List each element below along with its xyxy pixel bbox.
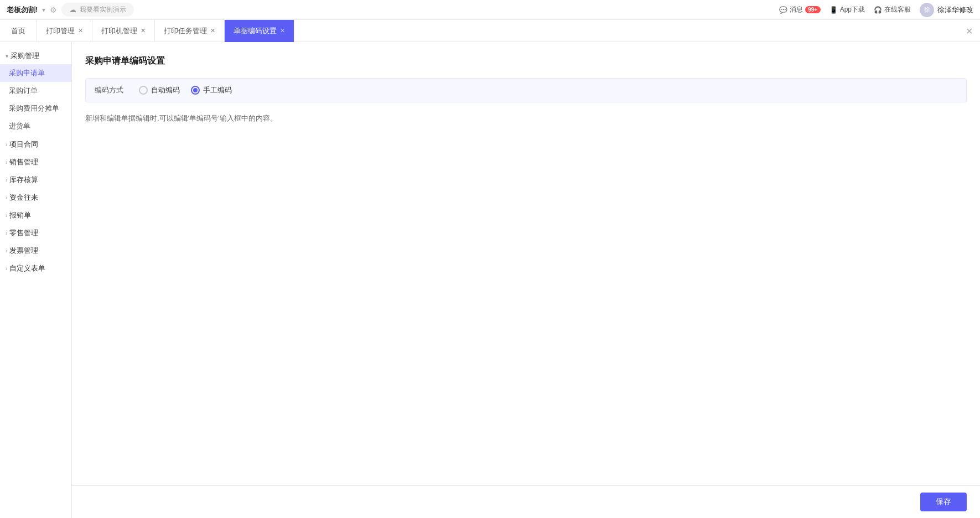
chevron-down-icon: ▾	[6, 53, 8, 59]
page-title: 采购申请单编码设置	[85, 55, 967, 67]
footer-bar: 保存	[72, 485, 980, 518]
online-service-button[interactable]: 🎧 在线客服	[874, 5, 911, 14]
chevron-right-icon-7: ›	[6, 248, 7, 254]
sidebar-group-returns: › 报销单	[0, 206, 71, 224]
sidebar-item-purchase-order[interactable]: 采购订单	[0, 82, 71, 100]
sidebar-group-inventory: › 库存核算	[0, 170, 71, 188]
sidebar-group-project-label: 项目合同	[9, 139, 38, 149]
search-bar[interactable]: ☁ 我要看实例演示	[61, 3, 134, 17]
tab-close-all-button[interactable]: ✕	[958, 20, 980, 42]
app-icon: 📱	[829, 6, 838, 14]
manual-encode-label: 手工编码	[203, 85, 232, 95]
tab-print-task-mgmt[interactable]: 打印任务管理 ✕	[155, 20, 225, 42]
tab-print-task-mgmt-close[interactable]: ✕	[210, 27, 215, 34]
manual-encode-option[interactable]: 手工编码	[191, 85, 232, 95]
tab-single-barcode-label: 单据编码设置	[234, 26, 277, 36]
avatar-text: 徐	[924, 6, 930, 14]
brand-name: 老板勿割!	[7, 5, 38, 15]
top-bar: 老板勿割! ▾ ⚙ ☁ 我要看实例演示 💬 消息 99+ 📱 App下载 🎧 在…	[0, 0, 980, 20]
online-service-label: 在线客服	[884, 5, 911, 14]
sidebar-group-project: › 项目合同	[0, 135, 71, 153]
sidebar-group-custom-form-label: 自定义表单	[9, 263, 45, 273]
sidebar-group-purchase: ▾ 采购管理 采购申请单 采购订单 采购费用分摊单 进货单	[0, 46, 71, 135]
hint-text: 新增和编辑单据编辑时,可以编辑'单编码号'输入框中的内容。	[85, 113, 967, 123]
sidebar-item-goods-receipt[interactable]: 进货单	[0, 117, 71, 135]
manual-encode-radio[interactable]	[191, 86, 200, 95]
sidebar-group-funds: › 资金往来	[0, 188, 71, 206]
sidebar-group-returns-header[interactable]: › 报销单	[0, 206, 71, 224]
app-download-button[interactable]: 📱 App下载	[829, 5, 865, 14]
sidebar-item-goods-receipt-label: 进货单	[9, 122, 30, 130]
sidebar-group-sales: › 销售管理	[0, 153, 71, 170]
sidebar-item-purchase-expense-label: 采购费用分摊单	[9, 104, 59, 112]
tab-single-barcode-setting[interactable]: 单据编码设置 ✕	[225, 20, 294, 42]
sidebar-group-retail: › 零售管理	[0, 224, 71, 241]
sidebar-group-purchase-label: 采购管理	[11, 51, 39, 61]
sidebar-group-funds-label: 资金往来	[9, 193, 38, 203]
top-bar-right: 💬 消息 99+ 📱 App下载 🎧 在线客服 徐 徐泽华修改	[779, 3, 973, 17]
tab-single-barcode-close[interactable]: ✕	[280, 27, 285, 34]
sidebar-item-purchase-request-label: 采购申请单	[9, 69, 45, 77]
save-button[interactable]: 保存	[920, 493, 967, 511]
message-label: 消息	[790, 5, 803, 14]
sidebar-group-invoice-label: 发票管理	[9, 246, 38, 256]
tab-home-label: 首页	[11, 26, 25, 36]
chevron-right-icon-2: ›	[6, 159, 7, 165]
settings-icon[interactable]: ⚙	[50, 6, 57, 14]
avatar: 徐	[920, 3, 934, 17]
headset-icon: 🎧	[874, 6, 882, 14]
tab-printer-mgmt[interactable]: 打印机管理 ✕	[92, 20, 155, 42]
search-text: 我要看实例演示	[80, 5, 126, 14]
user-name: 徐泽华修改	[937, 5, 973, 15]
dropdown-icon[interactable]: ▾	[42, 6, 45, 14]
chevron-right-icon-3: ›	[6, 177, 7, 183]
encode-method-row: 编码方式 自动编码 手工编码	[85, 78, 967, 102]
user-avatar-area[interactable]: 徐 徐泽华修改	[920, 3, 973, 17]
chevron-right-icon-8: ›	[6, 266, 7, 272]
sidebar-group-returns-label: 报销单	[9, 210, 31, 220]
sidebar-group-project-header[interactable]: › 项目合同	[0, 135, 71, 153]
sidebar-group-sales-header[interactable]: › 销售管理	[0, 153, 71, 170]
message-icon: 💬	[779, 6, 787, 14]
chevron-right-icon-5: ›	[6, 213, 7, 219]
encode-method-label: 编码方式	[95, 85, 123, 95]
message-button[interactable]: 💬 消息 99+	[779, 5, 821, 14]
tab-bar: 首页 打印管理 ✕ 打印机管理 ✕ 打印任务管理 ✕ 单据编码设置 ✕ ✕	[0, 20, 980, 42]
content-area: 采购申请单编码设置 编码方式 自动编码 手工编码 新增和编辑单据编辑时,可以编辑…	[72, 42, 980, 518]
sidebar-group-invoice: › 发票管理	[0, 241, 71, 259]
sidebar-group-sales-label: 销售管理	[9, 157, 38, 167]
tab-print-mgmt-close[interactable]: ✕	[78, 27, 83, 34]
auto-encode-radio[interactable]	[139, 86, 148, 95]
tab-print-mgmt-label: 打印管理	[46, 26, 75, 36]
chevron-right-icon-4: ›	[6, 195, 7, 201]
sidebar-group-inventory-label: 库存核算	[9, 175, 38, 185]
sidebar-item-purchase-expense[interactable]: 采购费用分摊单	[0, 100, 71, 117]
sidebar-item-purchase-request[interactable]: 采购申请单	[0, 64, 71, 82]
message-badge: 99+	[805, 6, 821, 13]
sidebar-group-invoice-header[interactable]: › 发票管理	[0, 241, 71, 259]
sidebar-group-retail-label: 零售管理	[9, 228, 38, 238]
chevron-right-icon-6: ›	[6, 230, 7, 236]
app-download-label: App下载	[840, 5, 865, 14]
auto-encode-option[interactable]: 自动编码	[139, 85, 180, 95]
tab-print-mgmt[interactable]: 打印管理 ✕	[37, 20, 92, 42]
sidebar: ▾ 采购管理 采购申请单 采购订单 采购费用分摊单 进货单 › 项目合同	[0, 42, 72, 518]
tab-printer-mgmt-close[interactable]: ✕	[141, 27, 146, 34]
sidebar-group-funds-header[interactable]: › 资金往来	[0, 188, 71, 206]
sidebar-group-inventory-header[interactable]: › 库存核算	[0, 170, 71, 188]
sidebar-item-purchase-order-label: 采购订单	[9, 86, 38, 95]
content-body: 采购申请单编码设置 编码方式 自动编码 手工编码 新增和编辑单据编辑时,可以编辑…	[72, 42, 980, 485]
main-layout: ▾ 采购管理 采购申请单 采购订单 采购费用分摊单 进货单 › 项目合同	[0, 42, 980, 518]
top-bar-left: 老板勿割! ▾ ⚙ ☁ 我要看实例演示	[7, 3, 134, 17]
sidebar-group-retail-header[interactable]: › 零售管理	[0, 224, 71, 241]
sidebar-group-custom-form-header[interactable]: › 自定义表单	[0, 259, 71, 277]
cloud-icon: ☁	[69, 6, 76, 14]
chevron-right-icon: ›	[6, 142, 7, 148]
auto-encode-label: 自动编码	[151, 85, 180, 95]
tab-print-task-mgmt-label: 打印任务管理	[164, 26, 207, 36]
tab-printer-mgmt-label: 打印机管理	[101, 26, 137, 36]
sidebar-group-custom-form: › 自定义表单	[0, 259, 71, 277]
sidebar-group-purchase-header[interactable]: ▾ 采购管理	[0, 46, 71, 64]
tab-home[interactable]: 首页	[0, 20, 37, 42]
